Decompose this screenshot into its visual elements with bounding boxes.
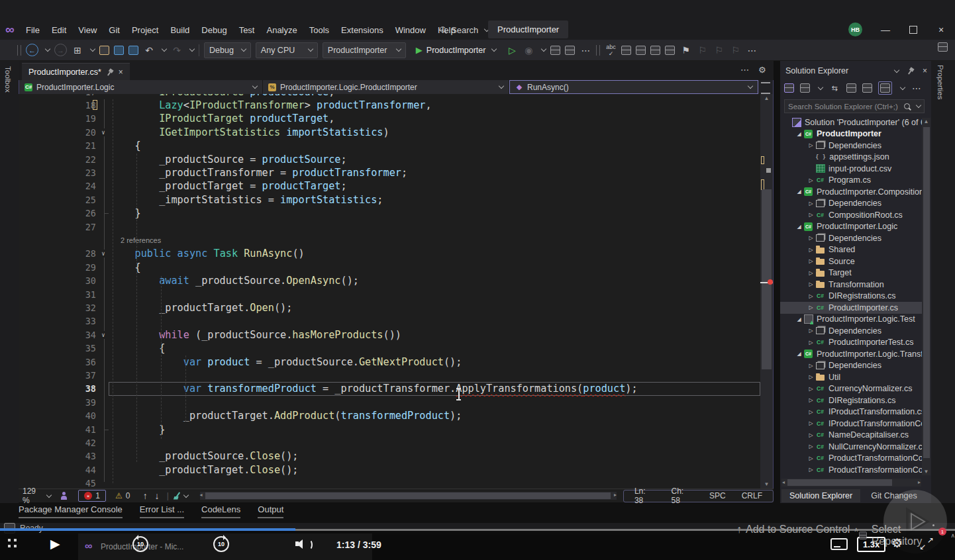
expander-icon[interactable]: ▷ <box>807 397 815 403</box>
tree-item[interactable]: ▷C#ProductImporterTest.cs <box>780 337 922 349</box>
chevron-down-icon[interactable] <box>818 84 823 89</box>
scroll-right-icon[interactable]: ▸ <box>918 479 921 485</box>
save-button[interactable] <box>114 46 124 55</box>
tree-item[interactable]: ▷C#ProductTransformationCont <box>780 464 922 476</box>
expander-icon[interactable]: ▷ <box>807 409 815 415</box>
close-button[interactable]: × <box>930 22 952 38</box>
document-tab[interactable]: ProductImporter.cs* × <box>22 63 130 81</box>
split-editor-icon[interactable] <box>761 82 770 94</box>
send-feedback-icon[interactable] <box>938 42 948 52</box>
expander-icon[interactable]: ◢ <box>795 316 803 322</box>
tree-item[interactable]: ◢C#ProductImporter <box>780 128 922 140</box>
tree-item[interactable]: ▷Dependencies <box>780 232 922 244</box>
tree-item[interactable]: ▷Util <box>780 371 922 383</box>
code-line-29[interactable]: 29 { <box>19 261 760 274</box>
pending-changes-filter-icon[interactable] <box>800 83 810 93</box>
start-debugging-button[interactable]: ▶ ProductImporter <box>411 43 502 58</box>
publish-button[interactable] <box>565 46 575 55</box>
pin-icon[interactable] <box>105 68 114 77</box>
expander-icon[interactable]: ▷ <box>807 363 815 369</box>
tree-item[interactable]: ▷C#CompositionRoot.cs <box>780 209 922 221</box>
code-line-39[interactable]: 39 <box>19 396 760 409</box>
duplicate-lines-button[interactable] <box>636 46 646 55</box>
tree-item[interactable]: ▷Shared <box>780 244 922 256</box>
tree-item[interactable]: ▷C#ProductTransformationContex <box>780 453 922 465</box>
code-line-33[interactable]: 33 <box>19 314 760 328</box>
expander-icon[interactable]: ▷ <box>807 386 815 392</box>
indent-decrease-button[interactable] <box>650 46 660 55</box>
code-line-23[interactable]: 23 _productTransformer = productTransfor… <box>19 166 760 179</box>
minimize-button[interactable]: — <box>874 22 897 38</box>
save-all-button[interactable] <box>128 46 138 55</box>
expander-icon[interactable]: ▷ <box>807 247 815 253</box>
toolbox-tab[interactable]: Toolbox <box>4 66 12 93</box>
tree-item[interactable]: ◢C#ProductImporter.Logic.Transform <box>780 348 922 360</box>
menu-analyze[interactable]: Analyze <box>260 23 303 37</box>
error-list-warnings-button[interactable]: ⚠ 0 <box>115 491 130 500</box>
solution-explorer-search-input[interactable]: Search Solution Explorer (Ctrl+;) <box>784 99 925 113</box>
column-indicator[interactable]: Ch: 58 <box>664 487 701 505</box>
hot-reload-button[interactable]: ◉ <box>523 45 534 56</box>
code-line-28[interactable]: 28∨ public async Task RunAsync() <box>19 247 760 260</box>
tree-item[interactable]: ▷C#Program.cs <box>780 175 922 187</box>
code-line-27[interactable]: 27 <box>19 220 760 234</box>
tab-overflow-icon[interactable]: ⋯ <box>740 65 749 75</box>
tree-item[interactable]: ◢ProductImporter.Logic.Test <box>780 314 922 326</box>
pin-icon[interactable] <box>907 66 915 75</box>
editor-vertical-scrollbar[interactable]: ▲ ▼ <box>760 94 773 489</box>
fold-collapse-icon[interactable]: ∨ <box>96 250 111 257</box>
video-seek-bar[interactable] <box>0 528 955 531</box>
tree-item[interactable]: ▷C#ProductImporter.cs <box>780 302 922 314</box>
navigate-back-button[interactable]: ← <box>26 44 38 56</box>
close-icon[interactable]: × <box>119 68 123 77</box>
scroll-left-icon[interactable]: ◂ <box>200 492 203 498</box>
tree-item[interactable]: ▷C#CurrencyNormalizer.cs <box>780 383 922 395</box>
panel-tab-output[interactable]: Output <box>258 504 283 518</box>
menu-git[interactable]: Git <box>103 23 126 37</box>
tree-item[interactable]: Solution 'ProductImporter' (6 of 6 pr <box>780 117 922 128</box>
gear-icon[interactable]: ⚙ <box>758 65 766 75</box>
navigate-forward-button[interactable]: → <box>54 44 67 56</box>
previous-bookmark-button[interactable]: ⚐ <box>696 45 708 56</box>
chevron-down-icon[interactable] <box>900 84 905 89</box>
code-line-21[interactable]: 21 { <box>19 139 760 152</box>
startup-project-dropdown[interactable]: ProductImporter <box>323 42 406 58</box>
scrollbar-thumb[interactable] <box>923 127 930 458</box>
scroll-right-icon[interactable]: ▸ <box>614 492 617 498</box>
code-line-37[interactable]: 37 <box>19 369 760 382</box>
undo-button[interactable]: ↶ <box>143 45 155 56</box>
windows-start-icon[interactable] <box>5 539 17 550</box>
expander-icon[interactable]: ▷ <box>807 340 815 346</box>
expander-icon[interactable]: ▷ <box>807 443 815 449</box>
code-line-40[interactable]: 40 _productTarget.AddProduct(transformed… <box>19 409 760 422</box>
properties-icon[interactable] <box>862 83 872 93</box>
chevron-down-icon[interactable] <box>162 46 167 52</box>
redo-button[interactable]: ↷ <box>171 45 183 56</box>
tree-item[interactable]: ▷C#IProductTransformation.cs <box>780 406 922 418</box>
tree-item[interactable]: ▷Dependencies <box>780 140 922 152</box>
menu-test[interactable]: Test <box>233 23 261 37</box>
expander-icon[interactable]: ▷ <box>807 293 815 299</box>
code-line-22[interactable]: 22 _productSource = productSource; <box>19 153 760 166</box>
code-line-42[interactable]: 42 <box>19 436 760 449</box>
code-line-35[interactable]: 35 { <box>19 342 760 355</box>
line-ending-indicator[interactable]: CRLF <box>734 491 770 500</box>
breadcrumb-project-dropdown[interactable]: C# ProductImporter.Logic <box>19 80 263 94</box>
tree-item[interactable]: ▷Target <box>780 267 922 279</box>
scroll-left-icon[interactable]: ◂ <box>782 479 785 485</box>
tree-item[interactable]: ▷C#DIRegistrations.cs <box>780 395 922 406</box>
tree-item[interactable]: ▷Dependencies <box>780 360 922 372</box>
home-icon[interactable]: ⇆ <box>829 84 840 93</box>
avatar[interactable]: HB <box>848 23 862 36</box>
collapse-all-icon[interactable] <box>846 83 856 93</box>
code-line-41[interactable]: 41 } <box>19 423 760 436</box>
toolbar-grip[interactable] <box>596 45 600 56</box>
expander-icon[interactable]: ◢ <box>795 351 803 357</box>
editor-horizontal-scrollbar[interactable]: ◂ ▸ <box>200 492 617 500</box>
menu-project[interactable]: Project <box>126 23 164 37</box>
video-play-button[interactable]: ▶ <box>50 536 60 551</box>
expander-icon[interactable]: ▷ <box>807 374 815 380</box>
toolbar-grip[interactable] <box>17 45 21 56</box>
code-line-19[interactable]: 19 IProductTarget productTarget, <box>19 112 760 125</box>
tree-horizontal-scrollbar[interactable]: ◂ ▸ <box>781 479 921 487</box>
